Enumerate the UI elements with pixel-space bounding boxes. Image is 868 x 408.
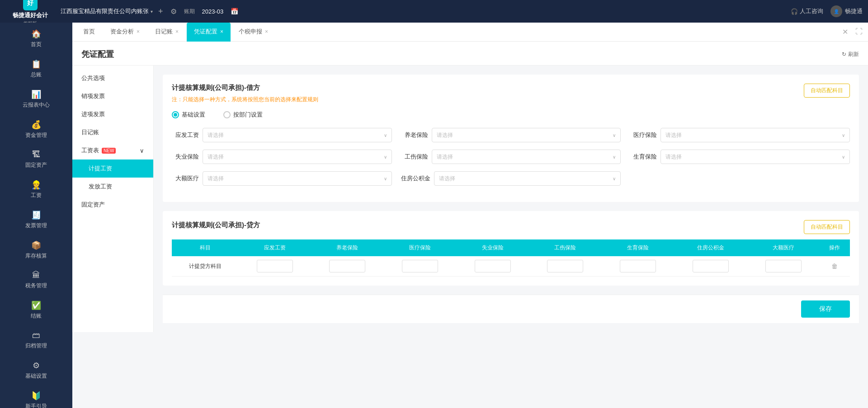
input-housing[interactable] <box>693 260 729 272</box>
radio-dept-circle <box>223 111 231 118</box>
placeholder-housing: 请选择 <box>439 175 455 183</box>
expand-tab-button[interactable]: ⛶ <box>854 26 864 38</box>
sidebar-item-payroll[interactable]: 👷 工资 <box>0 174 72 204</box>
left-nav-item-payroll-table[interactable]: 工资表 NEW ∨ <box>72 141 153 159</box>
sidebar-item-invoice[interactable]: 🧾 发票管理 <box>0 204 72 234</box>
cell-medical <box>384 256 457 277</box>
user-area[interactable]: 👤 畅捷通 <box>830 5 863 17</box>
form-row-1: 应发工资 请选择 ∨ 养老保险 请选择 ∨ <box>172 128 850 142</box>
radio-department[interactable]: 按部门设置 <box>223 111 263 119</box>
col-pension: 养老保险 <box>311 239 384 256</box>
top-bar: 好 畅捷通好会计 旗舰版 江西服宝精品有限责任公司内账张 ▾ + ⚙ 账期 20… <box>0 0 868 23</box>
left-nav-item-accrue-payroll[interactable]: 计提工资 <box>72 159 153 178</box>
close-icon[interactable]: × <box>265 28 268 35</box>
left-nav-item-purchase[interactable]: 进项发票 <box>72 105 153 123</box>
col-work-injury: 工伤保险 <box>529 239 602 256</box>
close-tab-button[interactable]: ✕ <box>840 26 850 38</box>
chevron-down-icon: ▾ <box>151 9 153 14</box>
sidebar-item-home[interactable]: 🏠 首页 <box>0 23 72 53</box>
auto-match-debit-button[interactable]: 自动匹配科目 <box>804 84 850 98</box>
input-unemployment[interactable] <box>475 260 511 272</box>
select-salary[interactable]: 请选择 ∨ <box>203 128 392 142</box>
save-bar: 保存 <box>163 295 859 323</box>
refresh-button[interactable]: ↻ 刷新 <box>842 51 859 58</box>
placeholder-work-injury: 请选择 <box>437 153 453 161</box>
sidebar-item-label: 总账 <box>31 71 42 79</box>
calendar-icon[interactable]: 📅 <box>231 8 238 15</box>
add-tab-button[interactable]: + <box>158 7 163 16</box>
tab-funds[interactable]: 资金分析 × <box>103 23 147 42</box>
service-button[interactable]: 🎧 人工咨询 <box>791 7 823 15</box>
settlement-icon: ✅ <box>31 300 41 310</box>
close-icon[interactable]: × <box>175 28 179 35</box>
input-medical[interactable] <box>402 260 438 272</box>
credit-section-title: 计提核算规则(公司承担)-贷方 <box>172 221 260 230</box>
col-action: 操作 <box>820 239 850 256</box>
settings-icon[interactable]: ⚙ <box>170 7 177 16</box>
tab-voucher-config[interactable]: 凭证配置 × <box>187 23 231 42</box>
delete-row-button[interactable]: 🗑 <box>831 263 838 270</box>
radio-basic[interactable]: 基础设置 <box>172 111 205 119</box>
form-item-medical: 医疗保险 请选择 ∨ <box>630 128 850 142</box>
sidebar-item-settlement[interactable]: ✅ 结账 <box>0 294 72 324</box>
company-selector[interactable]: 江西服宝精品有限责任公司内账张 ▾ <box>61 7 153 15</box>
chevron-down-icon: ∨ <box>384 176 387 181</box>
label-work-injury: 工伤保险 <box>401 153 428 161</box>
select-medical[interactable]: 请选择 ∨ <box>660 128 850 142</box>
cell-subject-label: 计提贷方科目 <box>172 256 238 277</box>
tab-journal[interactable]: 日记账 × <box>148 23 186 42</box>
refresh-icon: ↻ <box>842 51 846 57</box>
placeholder-pension: 请选择 <box>437 131 453 139</box>
logo-icon: 好 <box>23 0 38 10</box>
select-unemployment[interactable]: 请选择 ∨ <box>203 150 392 164</box>
sidebar-item-label: 新手引导 <box>25 403 47 408</box>
main-layout: 🏠 首页 📋 总账 📊 云报表中心 💰 资金管理 🏗 固定资产 👷 工资 🧾 发… <box>0 23 868 408</box>
input-pension[interactable] <box>329 260 365 272</box>
sidebar-item-inventory[interactable]: 📦 库存核算 <box>0 234 72 264</box>
input-work-injury[interactable] <box>547 260 583 272</box>
select-maternity[interactable]: 请选择 ∨ <box>660 150 850 164</box>
select-housing[interactable]: 请选择 ∨ <box>434 171 621 186</box>
table-header-row: 科目 应发工资 养老保险 医疗保险 失业保险 工伤保险 生育保险 住房公积金 大… <box>172 239 850 256</box>
tab-tax[interactable]: 个税申报 × <box>231 23 275 42</box>
tab-label: 凭证配置 <box>194 28 217 36</box>
col-salary: 应发工资 <box>238 239 311 256</box>
input-maternity[interactable] <box>620 260 656 272</box>
assets-icon: 🏗 <box>32 150 40 159</box>
select-major-medical[interactable]: 请选择 ∨ <box>203 171 392 186</box>
left-nav-label: 工资表 <box>81 146 99 155</box>
inventory-icon: 📦 <box>31 240 41 250</box>
input-major-medical[interactable] <box>765 260 802 272</box>
sidebar-item-archive[interactable]: 🗃 归档管理 <box>0 324 72 354</box>
sidebar-item-reports[interactable]: 📊 云报表中心 <box>0 83 72 113</box>
sidebar-item-funds[interactable]: 💰 资金管理 <box>0 113 72 144</box>
save-button[interactable]: 保存 <box>801 300 850 318</box>
left-nav-item-public[interactable]: 公共选项 <box>72 69 153 87</box>
left-nav-label: 计提工资 <box>89 164 112 173</box>
form-item-unemployment: 失业保险 请选择 ∨ <box>172 150 392 164</box>
close-icon[interactable]: × <box>220 28 223 35</box>
left-nav-item-journal[interactable]: 日记账 <box>72 123 153 141</box>
label-salary: 应发工资 <box>172 131 199 139</box>
select-work-injury[interactable]: 请选择 ∨ <box>432 150 621 164</box>
select-pension[interactable]: 请选择 ∨ <box>432 128 621 142</box>
auto-match-credit-button[interactable]: 自动匹配科目 <box>804 220 850 234</box>
radio-dept-label: 按部门设置 <box>233 111 263 119</box>
left-nav-item-fixed-assets[interactable]: 固定资产 <box>72 196 153 214</box>
tab-home[interactable]: 首页 <box>76 23 102 42</box>
placeholder-maternity: 请选择 <box>665 153 682 161</box>
left-nav-item-pay-payroll[interactable]: 发放工资 <box>72 178 153 196</box>
sidebar-item-tax[interactable]: 🏛 税务管理 <box>0 264 72 294</box>
sidebar-item-assets[interactable]: 🏗 固定资产 <box>0 144 72 174</box>
input-salary[interactable] <box>257 260 293 272</box>
left-nav-item-sales[interactable]: 销项发票 <box>72 87 153 105</box>
logo-text: 畅捷通好会计 <box>13 11 48 19</box>
label-unemployment: 失业保险 <box>172 153 199 161</box>
headset-icon: 🎧 <box>791 8 798 15</box>
sidebar-item-settings[interactable]: ⚙ 基础设置 <box>0 354 72 385</box>
close-icon[interactable]: × <box>137 28 140 35</box>
chevron-down-icon: ∨ <box>140 147 144 154</box>
home-icon: 🏠 <box>31 29 41 39</box>
sidebar-item-guide[interactable]: 🔰 新手引导 <box>0 385 72 408</box>
sidebar-item-ledger[interactable]: 📋 总账 <box>0 53 72 83</box>
